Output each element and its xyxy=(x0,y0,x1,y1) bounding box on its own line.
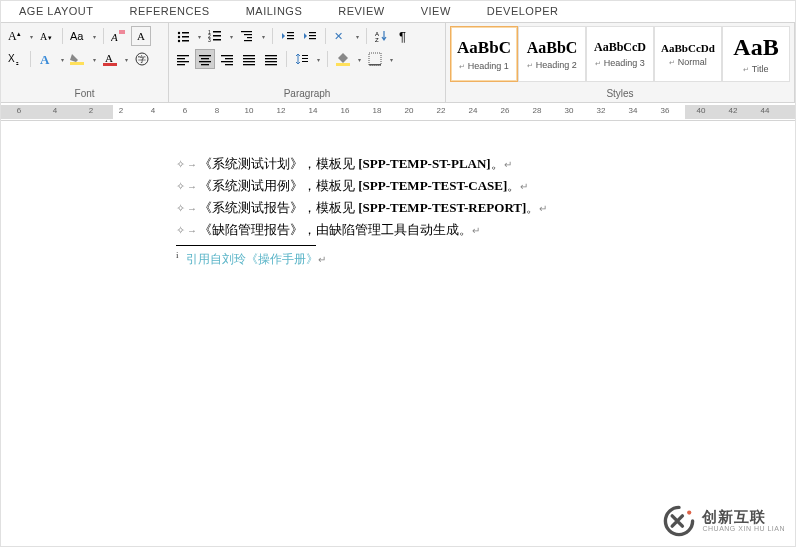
svg-point-18 xyxy=(178,36,180,38)
svg-text:A: A xyxy=(40,31,48,42)
decrease-indent-icon[interactable] xyxy=(278,26,298,46)
subscript-icon[interactable]: X₂ xyxy=(5,49,25,69)
svg-text:Aa: Aa xyxy=(70,30,84,42)
style-tile-heading-3[interactable]: AaBbCcD↵ Heading 3 xyxy=(586,26,654,82)
tab-review[interactable]: REVIEW xyxy=(320,1,402,22)
svg-rect-35 xyxy=(309,32,316,33)
group-label-styles: Styles xyxy=(446,86,794,102)
tab-mailings[interactable]: MAILINGS xyxy=(228,1,321,22)
svg-rect-19 xyxy=(182,36,189,38)
svg-rect-52 xyxy=(221,61,233,62)
svg-text:▴: ▴ xyxy=(17,30,21,37)
bullets-icon[interactable] xyxy=(173,26,193,46)
font-color-icon[interactable]: A xyxy=(100,49,120,69)
style-tile-heading-2[interactable]: AaBbC↵ Heading 2 xyxy=(518,26,586,82)
tab-references[interactable]: REFERENCES xyxy=(111,1,227,22)
shading-icon[interactable] xyxy=(333,49,353,69)
group-font: A▴▾ A▾ Aa▾ A A X₂ A▾ ▾ A▾ 字 Font xyxy=(1,23,169,102)
watermark-en: CHUANG XIN HU LIAN xyxy=(702,525,785,533)
tab-view[interactable]: VIEW xyxy=(403,1,469,22)
svg-rect-11 xyxy=(70,62,84,65)
svg-rect-56 xyxy=(243,61,255,62)
svg-rect-50 xyxy=(221,55,233,56)
sort-icon[interactable]: AZ xyxy=(372,26,392,46)
svg-rect-44 xyxy=(177,61,189,62)
svg-rect-32 xyxy=(287,32,294,33)
svg-text:3: 3 xyxy=(208,37,211,43)
increase-indent-icon[interactable] xyxy=(300,26,320,46)
borders-icon[interactable] xyxy=(365,49,385,69)
svg-text:Z: Z xyxy=(375,37,379,43)
dropdown-icon[interactable]: ▾ xyxy=(122,49,130,69)
text-effects-icon[interactable]: A xyxy=(36,49,56,69)
dropdown-icon[interactable]: ▾ xyxy=(58,49,66,69)
svg-rect-49 xyxy=(201,64,209,65)
style-tile-title[interactable]: AaB↵ Title xyxy=(722,26,790,82)
doc-line[interactable]: ✧→《系统测试报告》，模板见 [SPP-TEMP-TEST-REPORT]。↵ xyxy=(176,197,547,219)
svg-point-20 xyxy=(178,40,180,42)
svg-text:A: A xyxy=(137,30,145,42)
tab-developer[interactable]: DEVELOPER xyxy=(469,1,577,22)
logo-icon xyxy=(662,504,696,538)
style-preview: AaBbC xyxy=(457,38,511,58)
distributed-icon[interactable] xyxy=(261,49,281,69)
svg-rect-63 xyxy=(302,58,308,59)
doc-line[interactable]: ✧→《缺陷管理报告》，由缺陷管理工具自动生成。↵ xyxy=(176,219,547,241)
svg-rect-36 xyxy=(309,35,316,36)
svg-text:A: A xyxy=(40,52,50,66)
svg-rect-30 xyxy=(247,37,252,38)
highlight-icon[interactable] xyxy=(68,49,88,69)
dropdown-icon[interactable]: ▾ xyxy=(90,26,98,46)
dropdown-icon[interactable]: ▾ xyxy=(27,26,35,46)
footnote[interactable]: i 引用自刘玲《操作手册》↵ xyxy=(176,248,547,269)
tab-page-layout[interactable]: AGE LAYOUT xyxy=(1,1,111,22)
character-border-icon[interactable]: A xyxy=(131,26,151,46)
align-left-icon[interactable] xyxy=(173,49,193,69)
doc-line[interactable]: ✧→《系统测试用例》，模板见 [SPP-TEMP-TEST-CASE]。↵ xyxy=(176,175,547,197)
svg-rect-64 xyxy=(302,61,308,62)
clear-formatting-icon[interactable]: A xyxy=(109,26,129,46)
style-tile-heading-1[interactable]: AaBbC↵ Heading 1 xyxy=(450,26,518,82)
ribbon: A▴▾ A▾ Aa▾ A A X₂ A▾ ▾ A▾ 字 Font xyxy=(1,23,795,103)
justify-icon[interactable] xyxy=(239,49,259,69)
document-area[interactable]: ✧→《系统测试计划》，模板见 [SPP-TEMP-ST-PLAN]。↵✧→《系统… xyxy=(1,123,795,546)
style-tile-normal[interactable]: AaBbCcDd↵ Normal xyxy=(654,26,722,82)
svg-rect-13 xyxy=(103,63,117,66)
align-right-icon[interactable] xyxy=(217,49,237,69)
dropdown-icon[interactable]: ▾ xyxy=(227,26,235,46)
svg-rect-66 xyxy=(369,53,381,65)
numbering-icon[interactable]: 123 xyxy=(205,26,225,46)
svg-rect-42 xyxy=(177,55,189,56)
dropdown-icon[interactable]: ▾ xyxy=(355,49,363,69)
dropdown-icon[interactable]: ▾ xyxy=(90,49,98,69)
dropdown-icon[interactable]: ▾ xyxy=(314,49,322,69)
svg-rect-33 xyxy=(287,35,294,36)
svg-rect-48 xyxy=(199,61,211,62)
grow-font-icon[interactable]: A▴ xyxy=(5,26,25,46)
style-name: ↵ Heading 1 xyxy=(459,61,509,71)
line-spacing-icon[interactable] xyxy=(292,49,312,69)
dropdown-icon[interactable]: ▾ xyxy=(195,26,203,46)
show-hide-marks-icon[interactable]: ¶ xyxy=(394,26,414,46)
svg-rect-53 xyxy=(225,64,233,65)
change-case-icon[interactable]: Aa xyxy=(68,26,88,46)
svg-rect-23 xyxy=(213,31,221,33)
watermark-logo: 创新互联 CHUANG XIN HU LIAN xyxy=(662,504,785,538)
svg-rect-65 xyxy=(336,63,350,66)
doc-line[interactable]: ✧→《系统测试计划》，模板见 [SPP-TEMP-ST-PLAN]。↵ xyxy=(176,153,547,175)
shrink-font-icon[interactable]: A▾ xyxy=(37,26,57,46)
horizontal-ruler[interactable]: 642 24681012141618202224262830323436 404… xyxy=(1,103,795,121)
dropdown-icon[interactable]: ▾ xyxy=(353,26,361,46)
svg-text:A: A xyxy=(105,52,113,64)
align-center-icon[interactable] xyxy=(195,49,215,69)
asian-layout-icon[interactable]: ✕ xyxy=(331,26,351,46)
svg-rect-28 xyxy=(241,31,252,32)
enclose-characters-icon[interactable]: 字 xyxy=(132,49,152,69)
group-paragraph: ▾ 123▾ ▾ ✕▾ AZ ¶ xyxy=(169,23,446,102)
dropdown-icon[interactable]: ▾ xyxy=(259,26,267,46)
style-preview: AaBbCcDd xyxy=(661,42,715,54)
svg-point-16 xyxy=(178,32,180,34)
dropdown-icon[interactable]: ▾ xyxy=(387,49,395,69)
multilevel-list-icon[interactable] xyxy=(237,26,257,46)
style-name: ↵ Heading 3 xyxy=(595,58,645,68)
